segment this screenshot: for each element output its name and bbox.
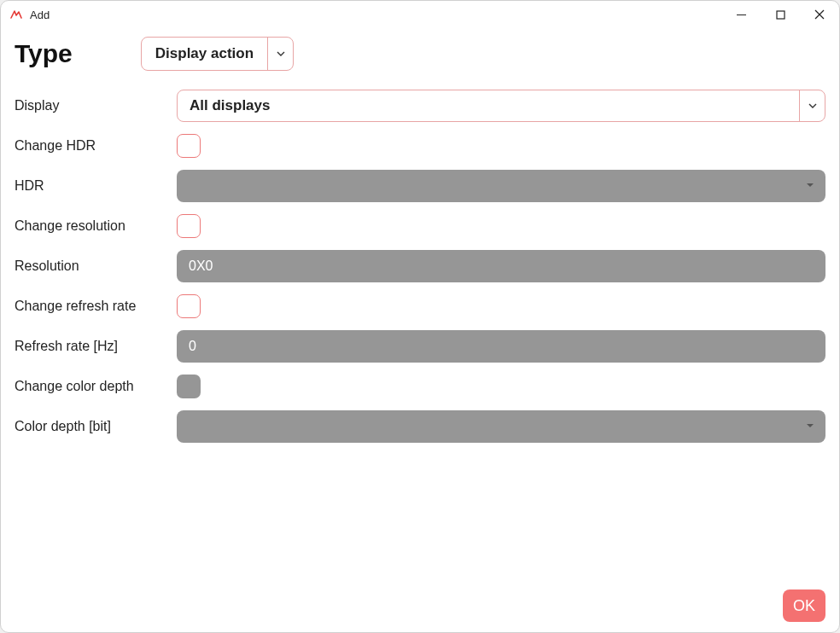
- hdr-select: [177, 170, 825, 202]
- display-select[interactable]: All displays: [177, 90, 825, 122]
- svg-rect-1: [777, 11, 785, 19]
- change-resolution-checkbox[interactable]: [177, 214, 201, 238]
- change-color-depth-checkbox: [177, 375, 201, 398]
- chevron-down-icon: [805, 178, 815, 194]
- change-color-depth-label: Change color depth: [15, 379, 168, 394]
- change-refresh-label: Change refresh rate: [15, 299, 168, 314]
- app-icon: [9, 8, 23, 21]
- change-hdr-label: Change HDR: [15, 138, 168, 154]
- type-select-value: Display action: [142, 38, 267, 70]
- minimize-button[interactable]: [721, 2, 761, 27]
- form-grid: Display All displays Change HDR HDR Chan…: [15, 90, 825, 443]
- change-refresh-checkbox[interactable]: [177, 294, 201, 318]
- change-resolution-label: Change resolution: [15, 218, 168, 234]
- display-select-value: All displays: [178, 90, 799, 121]
- close-button[interactable]: [800, 2, 839, 27]
- resolution-label: Resolution: [15, 258, 168, 274]
- chevron-down-icon: [805, 419, 815, 434]
- type-row: Type Display action: [15, 37, 825, 71]
- maximize-button[interactable]: [761, 2, 800, 27]
- titlebar: Add: [1, 1, 839, 28]
- add-window: Add Type Display action Display All disp…: [0, 0, 840, 633]
- type-label: Type: [15, 39, 73, 68]
- window-title: Add: [30, 9, 50, 21]
- chevron-down-icon: [267, 38, 293, 70]
- change-hdr-checkbox[interactable]: [177, 134, 201, 158]
- chevron-down-icon: [799, 90, 825, 121]
- content-area: Type Display action Display All displays…: [1, 28, 839, 632]
- type-select[interactable]: Display action: [141, 37, 294, 71]
- hdr-label: HDR: [15, 178, 168, 194]
- refresh-field: 0: [177, 330, 825, 363]
- resolution-value: 0X0: [189, 258, 213, 274]
- resolution-field: 0X0: [177, 250, 825, 282]
- color-depth-select: [177, 410, 825, 443]
- refresh-value: 0: [189, 339, 196, 354]
- ok-button[interactable]: OK: [783, 589, 825, 622]
- ok-button-label: OK: [793, 597, 815, 615]
- color-depth-label: Color depth [bit]: [15, 419, 168, 434]
- svg-rect-0: [737, 15, 746, 15]
- refresh-label: Refresh rate [Hz]: [15, 339, 168, 354]
- display-label: Display: [15, 98, 168, 113]
